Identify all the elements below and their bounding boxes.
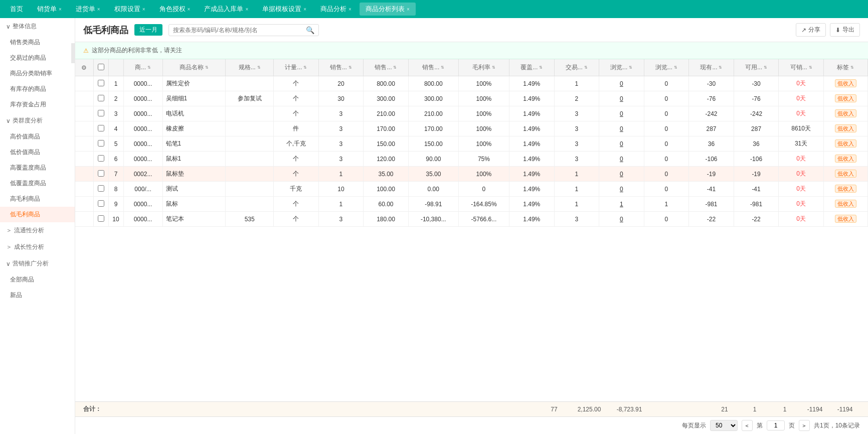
sidebar-item-high-coverage[interactable]: 高覆盖度商品 bbox=[0, 160, 75, 176]
row-checkbox[interactable] bbox=[93, 121, 108, 136]
row-checkbox[interactable] bbox=[93, 182, 108, 197]
sort-icon[interactable]: ⇅ bbox=[719, 65, 722, 70]
sidebar-item-low-margin[interactable]: 低毛利商品 bbox=[0, 207, 75, 222]
row-checkbox[interactable] bbox=[93, 136, 108, 152]
sidebar-item-low-value[interactable]: 低价值商品 bbox=[0, 144, 75, 160]
sidebar-collapse-button[interactable]: 《 bbox=[71, 43, 75, 63]
col-trade-count[interactable]: 交易...⇅ bbox=[554, 59, 599, 76]
nav-template-settings[interactable]: 单据模板设置 × bbox=[256, 3, 312, 16]
nav-close-icon[interactable]: × bbox=[303, 7, 306, 12]
nav-product-entry[interactable]: 产成品入库单 × bbox=[198, 3, 254, 16]
share-button[interactable]: ↗ 分享 bbox=[796, 23, 826, 37]
sort-icon[interactable]: ⇅ bbox=[393, 65, 397, 70]
sidebar-group-overall[interactable]: ∨ 整体信息 bbox=[0, 18, 75, 35]
col-sales-amount[interactable]: 销售...⇅ bbox=[364, 59, 409, 76]
row-select-checkbox[interactable] bbox=[98, 155, 104, 162]
col-gross-margin[interactable]: 毛利率⇅ bbox=[458, 59, 509, 76]
filter-button[interactable]: 近一月 bbox=[134, 24, 162, 36]
row-name[interactable]: 属性定价 bbox=[162, 76, 226, 91]
sort-icon[interactable]: ⇅ bbox=[764, 65, 767, 70]
sidebar-item-sales-products[interactable]: 销售类商品 bbox=[0, 35, 75, 50]
row-checkbox[interactable] bbox=[93, 152, 108, 167]
sort-icon[interactable]: ⇅ bbox=[850, 65, 854, 70]
row-select-checkbox[interactable] bbox=[98, 95, 104, 101]
page-size-select[interactable]: 50 20 100 bbox=[710, 420, 738, 431]
row-select-checkbox[interactable] bbox=[98, 125, 104, 131]
row-checkbox[interactable] bbox=[93, 197, 108, 212]
sort-icon[interactable]: ⇅ bbox=[303, 65, 307, 70]
sort-icon[interactable]: ⇅ bbox=[349, 65, 352, 70]
nav-close-icon[interactable]: × bbox=[349, 7, 352, 12]
next-page-button[interactable]: ＞ bbox=[799, 420, 810, 431]
nav-permission-settings[interactable]: 权限设置 × bbox=[108, 3, 151, 16]
nav-product-analysis-list[interactable]: 商品分析列表 × bbox=[360, 3, 416, 16]
col-sales-qty[interactable]: 销售...⇅ bbox=[318, 59, 364, 76]
row-select-checkbox[interactable] bbox=[98, 170, 104, 177]
row-name[interactable]: 鼠标 bbox=[162, 197, 226, 212]
nav-home[interactable]: 首页 bbox=[4, 3, 29, 16]
nav-close-icon[interactable]: × bbox=[97, 7, 100, 12]
search-input[interactable] bbox=[173, 27, 306, 34]
sort-icon[interactable]: ⇅ bbox=[629, 65, 632, 70]
prev-page-button[interactable]: ＜ bbox=[742, 420, 753, 431]
row-select-checkbox[interactable] bbox=[98, 80, 104, 86]
row-name[interactable]: 电话机 bbox=[162, 106, 226, 121]
sidebar-group-growth[interactable]: ＞ 成长性分析 bbox=[0, 239, 75, 255]
sidebar-group-marketing[interactable]: ∨ 营销推广分析 bbox=[0, 255, 75, 272]
sidebar-item-in-stock[interactable]: 有库存的商品 bbox=[0, 81, 75, 97]
row-name[interactable]: 测试 bbox=[162, 182, 226, 197]
row-checkbox[interactable] bbox=[93, 91, 108, 106]
nav-close-icon[interactable]: × bbox=[188, 7, 191, 12]
sort-icon[interactable]: ⇅ bbox=[584, 65, 588, 70]
nav-role-auth[interactable]: 角色授权 × bbox=[153, 3, 197, 16]
row-select-checkbox[interactable] bbox=[98, 140, 104, 147]
col-available[interactable]: 可用...⇅ bbox=[734, 59, 779, 76]
sidebar-item-high-value[interactable]: 高价值商品 bbox=[0, 129, 75, 144]
sidebar-item-new-products[interactable]: 新品 bbox=[0, 287, 75, 303]
sort-icon[interactable]: ⇅ bbox=[539, 65, 543, 70]
row-name[interactable]: 鼠标垫 bbox=[162, 167, 226, 182]
row-name[interactable]: 铅笔1 bbox=[162, 136, 226, 152]
row-name[interactable]: 吴细细1 bbox=[162, 91, 226, 106]
sidebar-group-liquidity[interactable]: ＞ 流通性分析 bbox=[0, 222, 75, 239]
col-checkbox[interactable] bbox=[93, 59, 108, 76]
col-code[interactable]: 商...⇅ bbox=[123, 59, 162, 76]
sidebar-item-traded-products[interactable]: 交易过的商品 bbox=[0, 50, 75, 66]
nav-close-icon[interactable]: × bbox=[59, 7, 62, 12]
nav-close-icon[interactable]: × bbox=[142, 7, 145, 12]
select-all-checkbox[interactable] bbox=[98, 64, 104, 70]
search-box[interactable]: 🔍 bbox=[168, 24, 319, 36]
col-sales-profit[interactable]: 销售...⇅ bbox=[408, 59, 458, 76]
settings-icon[interactable]: ⚙ bbox=[81, 64, 87, 71]
row-name[interactable]: 鼠标1 bbox=[162, 152, 226, 167]
col-sellable[interactable]: 可销...⇅ bbox=[779, 59, 824, 76]
sidebar-item-all-products[interactable]: 全部商品 bbox=[0, 272, 75, 287]
col-name[interactable]: 商品名称⇅ bbox=[162, 59, 226, 76]
col-current-stock[interactable]: 现有...⇅ bbox=[689, 59, 734, 76]
row-select-checkbox[interactable] bbox=[98, 215, 104, 222]
row-checkbox[interactable] bbox=[93, 167, 108, 182]
sidebar-item-category-sales-rate[interactable]: 商品分类助销率 bbox=[0, 66, 75, 81]
nav-sales-order[interactable]: 销货单 × bbox=[31, 3, 68, 16]
sidebar-group-cluster-analysis[interactable]: ∨ 类群度分析 bbox=[0, 112, 75, 129]
row-select-checkbox[interactable] bbox=[98, 110, 104, 116]
col-views2[interactable]: 浏览...⇅ bbox=[644, 59, 689, 76]
sidebar-item-stock-capital[interactable]: 库存资金占用 bbox=[0, 97, 75, 112]
sidebar-item-low-coverage[interactable]: 低覆盖度商品 bbox=[0, 176, 75, 191]
nav-product-analysis[interactable]: 商品分析 × bbox=[314, 3, 358, 16]
row-select-checkbox[interactable] bbox=[98, 200, 104, 207]
row-checkbox[interactable] bbox=[93, 212, 108, 227]
sort-icon[interactable]: ⇅ bbox=[205, 65, 209, 70]
col-spec[interactable]: 规格...⇅ bbox=[226, 59, 274, 76]
nav-close-icon[interactable]: × bbox=[245, 7, 248, 12]
search-icon[interactable]: 🔍 bbox=[306, 26, 314, 34]
row-select-checkbox[interactable] bbox=[98, 185, 104, 192]
col-tag[interactable]: 标签⇅ bbox=[823, 59, 867, 76]
sort-icon[interactable]: ⇅ bbox=[441, 65, 444, 70]
col-views1[interactable]: 浏览...⇅ bbox=[599, 59, 644, 76]
sidebar-item-high-margin[interactable]: 高毛利商品 bbox=[0, 191, 75, 207]
row-checkbox[interactable] bbox=[93, 76, 108, 91]
row-name[interactable]: 橡皮擦 bbox=[162, 121, 226, 136]
nav-close-icon[interactable]: × bbox=[407, 7, 410, 12]
sort-icon[interactable]: ⇅ bbox=[147, 65, 151, 70]
